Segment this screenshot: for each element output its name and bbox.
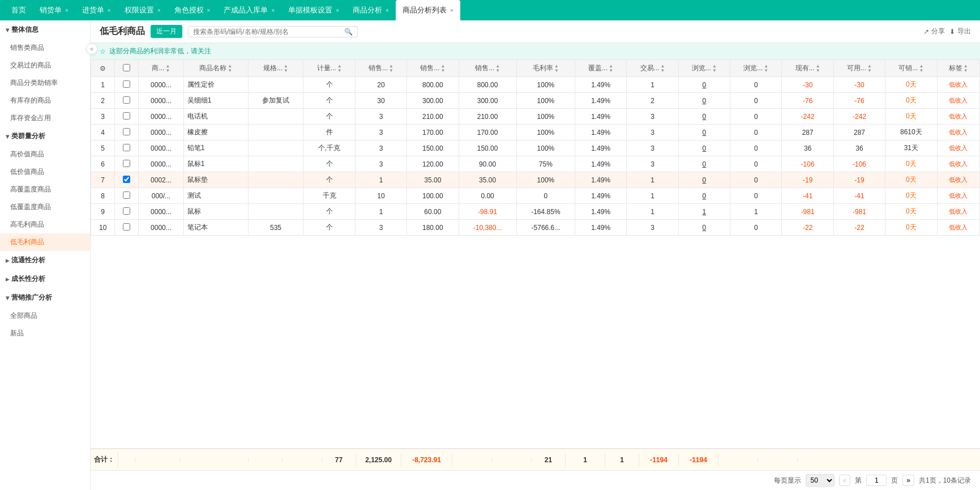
views1-link[interactable]: 0 [703, 113, 707, 121]
row-views1[interactable]: 0 [678, 77, 730, 93]
row-checkbox-cell[interactable] [115, 220, 139, 236]
row-checkbox-cell[interactable] [115, 156, 139, 172]
row-views1[interactable]: 0 [678, 156, 730, 172]
page-size-select[interactable]: 50 20 100 [806, 474, 835, 487]
row-checkbox[interactable] [123, 128, 130, 135]
col-sales-price[interactable]: 销售...▲▼ [407, 60, 459, 77]
nav-purchase-order[interactable]: 进货单 × [75, 0, 118, 20]
sidebar-item-high-margin[interactable]: 高毛利商品 [0, 216, 90, 233]
row-views1[interactable]: 0 [678, 109, 730, 125]
sidebar-group-circulation[interactable]: ▸ 流通性分析 [0, 251, 90, 270]
sidebar-item-category-rate[interactable]: 商品分类助销率 [0, 74, 90, 92]
row-checkbox-cell[interactable] [115, 125, 139, 140]
row-checkbox[interactable] [123, 112, 130, 120]
row-views1[interactable]: 0 [678, 172, 730, 188]
views1-link[interactable]: 0 [703, 176, 707, 184]
prev-page-button[interactable]: « [839, 475, 851, 486]
row-views1[interactable]: 1 [678, 204, 730, 220]
search-input[interactable] [193, 28, 342, 36]
col-views2[interactable]: 浏览...▲▼ [730, 60, 782, 77]
nav-template-close-icon[interactable]: × [336, 7, 339, 14]
sidebar-item-all-products[interactable]: 全部商品 [0, 307, 90, 325]
row-views1[interactable]: 0 [678, 125, 730, 140]
nav-analysis-close-icon[interactable]: × [386, 7, 389, 14]
nav-sales-close-icon[interactable]: × [65, 7, 69, 14]
nav-product-inbound[interactable]: 产成品入库单 × [217, 0, 281, 20]
nav-sales-order[interactable]: 销货单 × [33, 0, 75, 20]
views1-link[interactable]: 0 [703, 81, 707, 89]
views1-link[interactable]: 0 [703, 224, 707, 232]
nav-product-analysis[interactable]: 商品分析 × [346, 0, 396, 20]
nav-template[interactable]: 单据模板设置 × [281, 0, 346, 20]
export-button[interactable]: ⬇ 导出 [949, 27, 971, 36]
col-checkbox[interactable] [115, 60, 139, 77]
col-available[interactable]: 可用...▲▼ [833, 60, 885, 77]
nav-analysis-list-close-icon[interactable]: × [450, 7, 453, 14]
sidebar-item-high-value[interactable]: 高价值商品 [0, 146, 90, 163]
nav-product-close-icon[interactable]: × [271, 7, 275, 14]
sidebar-item-capital[interactable]: 库存资金占用 [0, 109, 90, 127]
next-page-button[interactable]: » [902, 475, 914, 486]
row-checkbox[interactable] [123, 80, 130, 88]
row-checkbox[interactable] [123, 96, 130, 104]
sidebar-group-growth[interactable]: ▸ 成长性分析 [0, 270, 90, 288]
row-checkbox[interactable] [123, 207, 130, 215]
col-sellable[interactable]: 可销...▲▼ [885, 60, 937, 77]
nav-permissions-close-icon[interactable]: × [157, 7, 161, 14]
row-views1[interactable]: 0 [678, 93, 730, 109]
row-checkbox-cell[interactable] [115, 109, 139, 125]
row-checkbox[interactable] [123, 176, 130, 183]
sidebar-item-sales-products[interactable]: 销售类商品 [0, 39, 90, 57]
row-views1[interactable]: 0 [678, 220, 730, 236]
share-button[interactable]: ↗ 分享 [923, 27, 945, 36]
col-name[interactable]: 商品名称▲▼ [183, 60, 248, 77]
views1-link[interactable]: 0 [703, 144, 707, 152]
sidebar-item-high-coverage[interactable]: 高覆盖度商品 [0, 181, 90, 198]
nav-roles[interactable]: 角色授权 × [168, 0, 217, 20]
col-unit[interactable]: 计量...▲▼ [303, 60, 355, 77]
row-checkbox[interactable] [123, 223, 130, 231]
row-checkbox-cell[interactable] [115, 77, 139, 93]
sidebar-item-traded-products[interactable]: 交易过的商品 [0, 57, 90, 74]
row-checkbox[interactable] [123, 144, 130, 151]
sidebar-collapse-button[interactable]: « [86, 43, 97, 54]
row-checkbox-cell[interactable] [115, 204, 139, 220]
row-checkbox-cell[interactable] [115, 140, 139, 156]
time-filter-button[interactable]: 近一月 [151, 25, 182, 38]
sidebar-item-low-value[interactable]: 低价值商品 [0, 163, 90, 181]
nav-permissions[interactable]: 权限设置 × [118, 0, 168, 20]
col-sales-qty[interactable]: 销售...▲▼ [355, 60, 406, 77]
col-trade-count[interactable]: 交易...▲▼ [627, 60, 678, 77]
row-checkbox-cell[interactable] [115, 93, 139, 109]
row-checkbox-cell[interactable] [115, 188, 139, 204]
col-spec[interactable]: 规格...▲▼ [248, 60, 303, 77]
sidebar-item-new-products[interactable]: 新品 [0, 325, 90, 342]
sidebar-item-low-coverage[interactable]: 低覆盖度商品 [0, 198, 90, 216]
sidebar-item-low-margin[interactable]: 低毛利商品 [0, 233, 90, 251]
row-checkbox[interactable] [123, 160, 130, 167]
sidebar-group-cluster[interactable]: ▾ 类群量分析 [0, 127, 90, 146]
col-settings[interactable]: ⚙ [91, 60, 115, 77]
col-current-stock[interactable]: 现有...▲▼ [782, 60, 833, 77]
col-gross-margin[interactable]: 毛利率▲▼ [516, 60, 575, 77]
nav-analysis-list[interactable]: 商品分析列表 × [396, 0, 460, 20]
col-coverage[interactable]: 覆盖...▲▼ [575, 60, 627, 77]
col-views1[interactable]: 浏览...▲▼ [678, 60, 730, 77]
page-number-input[interactable] [866, 475, 887, 486]
row-checkbox[interactable] [123, 191, 130, 199]
views1-link[interactable]: 0 [703, 129, 707, 137]
row-checkbox-cell[interactable] [115, 172, 139, 188]
col-code[interactable]: 商...▲▼ [139, 60, 184, 77]
views1-link[interactable]: 0 [703, 192, 707, 200]
select-all-checkbox[interactable] [123, 64, 130, 71]
sidebar-item-in-stock[interactable]: 有库存的商品 [0, 92, 90, 109]
col-tag[interactable]: 标签▲▼ [937, 60, 979, 77]
nav-home[interactable]: 首页 [5, 0, 33, 20]
row-views1[interactable]: 0 [678, 188, 730, 204]
col-sales-amount[interactable]: 销售...▲▼ [459, 60, 516, 77]
sidebar-group-overall[interactable]: ▾ 整体信息 [0, 20, 90, 39]
views1-link[interactable]: 0 [703, 160, 707, 168]
row-views1[interactable]: 0 [678, 140, 730, 156]
nav-roles-close-icon[interactable]: × [207, 7, 211, 14]
nav-purchase-close-icon[interactable]: × [108, 7, 111, 14]
